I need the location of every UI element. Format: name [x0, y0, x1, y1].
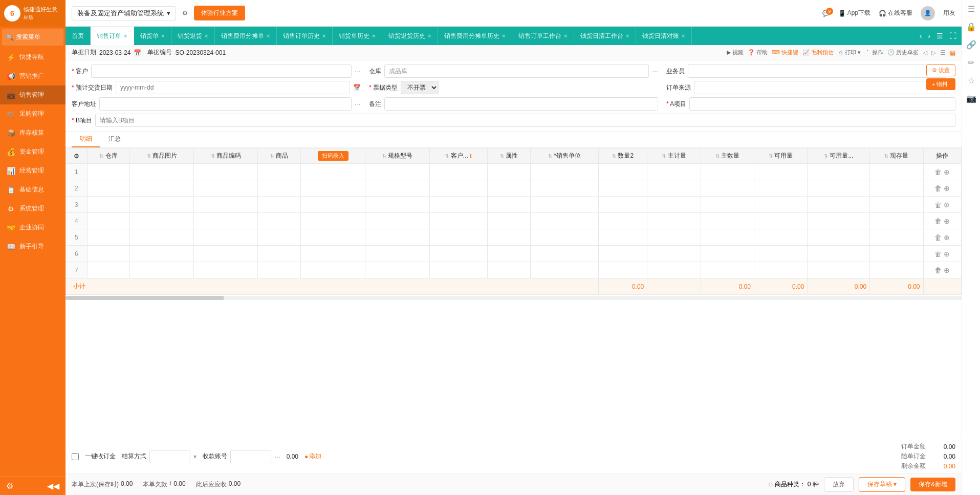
- row-available2[interactable]: [808, 229, 870, 246]
- col-unit[interactable]: ⇅ *销售单位: [530, 148, 598, 164]
- row-spec[interactable]: [365, 180, 429, 197]
- collapse-icon[interactable]: ◀◀: [47, 481, 59, 491]
- sidebar-icon-1[interactable]: ☰: [968, 4, 975, 14]
- row-code[interactable]: [194, 262, 258, 278]
- row-qty2[interactable]: [599, 213, 647, 229]
- nav-prev-icon[interactable]: ◁: [923, 49, 927, 56]
- row-attribute[interactable]: [488, 180, 531, 197]
- row-attribute[interactable]: [488, 197, 531, 213]
- row-available2[interactable]: [808, 180, 870, 197]
- tab-next-icon[interactable]: ›: [925, 32, 933, 40]
- row-available2[interactable]: [808, 262, 870, 278]
- sidebar-item-guide[interactable]: 📖 新手引导: [0, 237, 66, 256]
- order-source-input[interactable]: [694, 81, 946, 94]
- setup-button[interactable]: ⚙ 设置: [926, 64, 955, 76]
- print-btn[interactable]: 🖨 打印 ▾: [838, 49, 861, 56]
- sidebar-icon-4[interactable]: ✏: [968, 58, 974, 68]
- row-stock[interactable]: [870, 197, 923, 213]
- tab-close-icon[interactable]: ✕: [322, 33, 326, 39]
- customer-input[interactable]: [91, 64, 352, 78]
- row-main-qty[interactable]: [701, 197, 754, 213]
- delete-icon[interactable]: 🗑: [934, 250, 942, 258]
- row-code[interactable]: [194, 164, 258, 180]
- row-spec[interactable]: [365, 262, 429, 278]
- tab-detail[interactable]: 明细: [72, 132, 100, 147]
- avatar[interactable]: 👤: [921, 6, 935, 20]
- row-code[interactable]: [194, 213, 258, 229]
- row-product[interactable]: [258, 164, 301, 180]
- account-more-icon[interactable]: ···: [274, 453, 280, 461]
- tab-expense-history[interactable]: 销售费用分摊单历史 ✕: [438, 27, 512, 45]
- row-warehouse[interactable]: [87, 164, 130, 180]
- shortcut-btn[interactable]: ⌨ 快捷键: [772, 49, 798, 56]
- row-main-unit[interactable]: [647, 229, 701, 246]
- row-customer-code[interactable]: [429, 213, 488, 229]
- col-main-qty[interactable]: ⇅ 主数量: [701, 148, 754, 164]
- row-attribute[interactable]: [488, 229, 531, 246]
- solution-button[interactable]: 体验行业方案: [194, 6, 245, 20]
- tab-home[interactable]: 首页: [66, 27, 91, 45]
- col-stock[interactable]: ⇅ 现存量: [870, 148, 923, 164]
- col-attribute[interactable]: ⇅ 属性: [488, 148, 531, 164]
- row-qty2[interactable]: [599, 164, 647, 180]
- delete-icon[interactable]: 🗑: [934, 201, 942, 209]
- account-input[interactable]: [230, 450, 271, 463]
- row-stock[interactable]: [870, 213, 923, 229]
- project-b-input[interactable]: [95, 114, 955, 127]
- row-available[interactable]: [754, 213, 808, 229]
- col-scan[interactable]: 扫码录入: [301, 148, 365, 164]
- row-code[interactable]: [194, 197, 258, 213]
- sidebar-item-sales[interactable]: 💼 销售管理: [0, 85, 66, 104]
- copy-icon[interactable]: ⊕: [944, 266, 950, 274]
- row-spec[interactable]: [365, 197, 429, 213]
- row-code[interactable]: [194, 180, 258, 197]
- tab-close-icon[interactable]: ✕: [372, 33, 376, 39]
- row-spec[interactable]: [365, 164, 429, 180]
- row-qty2[interactable]: [599, 229, 647, 246]
- row-available2[interactable]: [808, 197, 870, 213]
- tab-sales-order[interactable]: 销售订单 ✕: [91, 27, 134, 45]
- row-code[interactable]: [194, 246, 258, 262]
- tab-close-icon[interactable]: ✕: [502, 33, 506, 39]
- tab-menu-icon[interactable]: ☰: [933, 32, 946, 40]
- row-stock[interactable]: [870, 180, 923, 197]
- row-qty2[interactable]: [599, 180, 647, 197]
- copy-icon[interactable]: ⊕: [944, 250, 950, 258]
- row-available[interactable]: [754, 197, 808, 213]
- row-main-qty[interactable]: [701, 213, 754, 229]
- row-product[interactable]: [258, 262, 301, 278]
- list-view-icon[interactable]: ☰: [940, 49, 946, 56]
- row-main-qty[interactable]: [701, 164, 754, 180]
- calendar-icon[interactable]: 📅: [134, 49, 141, 56]
- row-product[interactable]: [258, 197, 301, 213]
- tab-prev-icon[interactable]: ‹: [917, 32, 925, 40]
- project-a-input[interactable]: [689, 97, 955, 111]
- sidebar-item-purchase[interactable]: 🛒 采购管理: [0, 104, 66, 123]
- row-unit[interactable]: [530, 262, 598, 278]
- settings-bottom-icon[interactable]: ⚙: [6, 481, 13, 491]
- sidebar-icon-6[interactable]: 📷: [966, 94, 976, 103]
- discard-button[interactable]: 放弃: [824, 477, 854, 492]
- notification-badge[interactable]: 💬 9: [822, 10, 830, 17]
- delivery-calendar-icon[interactable]: 📅: [353, 84, 361, 91]
- row-available[interactable]: [754, 229, 808, 246]
- row-customer-code[interactable]: [429, 180, 488, 197]
- method-input[interactable]: [149, 450, 190, 463]
- app-download-link[interactable]: 📱 App下载: [838, 9, 870, 17]
- tab-close-icon[interactable]: ✕: [427, 33, 431, 39]
- help-btn[interactable]: ❓ 帮助: [748, 49, 768, 56]
- tab-fullscreen-icon[interactable]: ⛶: [946, 32, 960, 40]
- row-available[interactable]: [754, 180, 808, 197]
- tab-order-workbench[interactable]: 销售订单工作台 ✕: [512, 27, 574, 45]
- row-main-qty[interactable]: [701, 262, 754, 278]
- row-product[interactable]: [258, 246, 301, 262]
- row-available2[interactable]: [808, 164, 870, 180]
- warehouse-input[interactable]: [384, 64, 649, 78]
- col-available2[interactable]: ⇅ 可用量...: [808, 148, 870, 164]
- row-available2[interactable]: [808, 246, 870, 262]
- tab-close-icon[interactable]: ✕: [625, 33, 629, 39]
- sidebar-icon-2[interactable]: 🔒: [966, 22, 976, 32]
- save-new-button[interactable]: 保存&新增: [910, 478, 955, 491]
- row-code[interactable]: [194, 229, 258, 246]
- copy-icon[interactable]: ⊕: [944, 217, 950, 225]
